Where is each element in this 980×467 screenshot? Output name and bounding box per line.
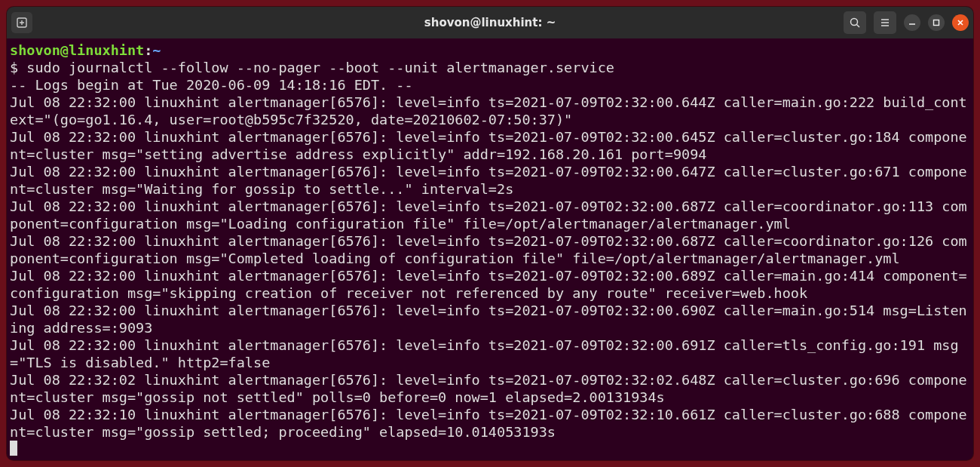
log-line: Jul 08 22:32:00 linuxhint alertmanager[6… xyxy=(10,94,967,128)
log-line: Jul 08 22:32:00 linuxhint alertmanager[6… xyxy=(10,303,967,336)
maximize-icon xyxy=(933,19,940,26)
prompt-user-host: shovon@linuxhint xyxy=(10,42,144,58)
log-line: Jul 08 22:32:00 linuxhint alertmanager[6… xyxy=(10,129,967,162)
maximize-button[interactable] xyxy=(928,14,945,31)
log-line: Jul 08 22:32:00 linuxhint alertmanager[6… xyxy=(10,164,967,197)
prompt-dollar: $ xyxy=(10,60,26,75)
menu-button[interactable] xyxy=(874,11,896,34)
window-title: shovon@linuxhint: ~ xyxy=(424,16,556,29)
svg-point-3 xyxy=(851,19,858,26)
svg-line-4 xyxy=(857,25,860,28)
new-tab-icon xyxy=(16,17,28,29)
minimize-button[interactable] xyxy=(904,14,920,31)
svg-rect-9 xyxy=(934,20,939,26)
command-text: sudo journalctl --follow --no-pager --bo… xyxy=(26,60,614,75)
log-line: Jul 08 22:32:00 linuxhint alertmanager[6… xyxy=(10,198,967,232)
log-line: Jul 08 22:32:00 linuxhint alertmanager[6… xyxy=(10,268,967,301)
menu-icon xyxy=(879,17,891,29)
log-line: Jul 08 22:32:10 linuxhint alertmanager[6… xyxy=(10,407,967,440)
titlebar-right xyxy=(844,11,969,34)
terminal-window: shovon@linuxhint: ~ xyxy=(7,7,973,460)
prompt-path: ~ xyxy=(152,42,161,58)
close-icon xyxy=(957,19,964,26)
search-icon xyxy=(849,17,861,29)
log-line: Jul 08 22:32:02 linuxhint alertmanager[6… xyxy=(10,372,967,405)
search-button[interactable] xyxy=(844,11,866,34)
close-button[interactable] xyxy=(952,14,969,31)
log-line: Jul 08 22:32:00 linuxhint alertmanager[6… xyxy=(10,233,967,266)
titlebar: shovon@linuxhint: ~ xyxy=(7,7,973,38)
log-line: Jul 08 22:32:00 linuxhint alertmanager[6… xyxy=(10,337,959,370)
minimize-icon xyxy=(908,19,916,26)
log-line: -- Logs begin at Tue 2020-06-09 14:18:16… xyxy=(10,77,413,93)
terminal-body[interactable]: shovon@linuxhint:~ $ sudo journalctl --f… xyxy=(7,38,973,458)
cursor xyxy=(10,441,17,456)
new-tab-button[interactable] xyxy=(11,12,32,33)
prompt-separator: : xyxy=(144,42,152,58)
